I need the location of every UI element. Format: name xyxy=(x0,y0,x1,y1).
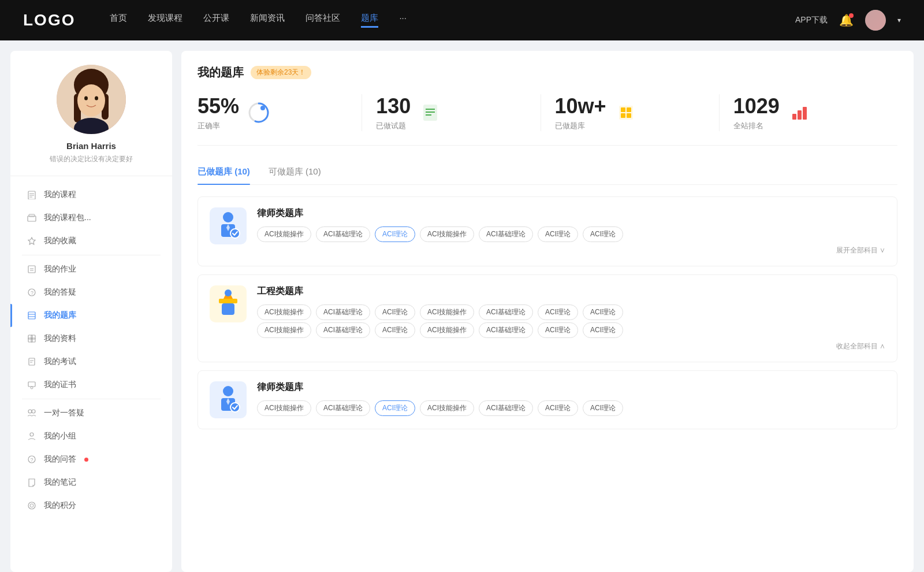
tag[interactable]: ACI技能操作 xyxy=(257,226,311,242)
tag[interactable]: ACI理论 xyxy=(538,322,578,338)
nav-open-course[interactable]: 公开课 xyxy=(203,13,229,28)
app-download[interactable]: APP下载 xyxy=(795,15,828,25)
question-icon: ? xyxy=(27,287,37,298)
tag[interactable]: ACI理论 xyxy=(583,226,623,242)
menu-certificates[interactable]: 我的证书 xyxy=(10,373,172,396)
svg-text:?: ? xyxy=(31,290,33,296)
menu-divider-1 xyxy=(22,255,161,255)
tag[interactable]: ACI技能操作 xyxy=(420,304,474,320)
tag[interactable]: ACI理论 xyxy=(583,322,623,338)
sidebar: Brian Harris 错误的决定比没有决定要好 我的课程 我的课程包... xyxy=(10,51,172,572)
menu-course-packages[interactable]: 我的课程包... xyxy=(10,206,172,229)
stat-value-accuracy: 55% xyxy=(198,94,239,118)
tag[interactable]: ACI技能操作 xyxy=(257,322,311,338)
page-title: 我的题库 xyxy=(198,65,244,80)
menu-question-bank[interactable]: 我的题库 xyxy=(10,304,172,327)
tag-active[interactable]: ACI理论 xyxy=(375,226,415,242)
group-icon xyxy=(27,431,37,441)
tab-available-banks[interactable]: 可做题库 (10) xyxy=(269,162,321,184)
tab-done-banks[interactable]: 已做题库 (10) xyxy=(198,162,250,184)
menu-exams[interactable]: 我的考试 xyxy=(10,350,172,373)
bank-name-2: 工程类题库 xyxy=(257,285,885,298)
stats-row: 55% 正确率 130 已做试题 xyxy=(198,94,897,146)
svg-point-37 xyxy=(28,502,35,509)
svg-point-54 xyxy=(223,212,233,222)
svg-rect-24 xyxy=(31,335,35,339)
menu-label: 我的考试 xyxy=(44,356,76,367)
sidebar-menu: 我的课程 我的课程包... 我的收藏 我的作业 xyxy=(10,176,172,524)
menu-questions[interactable]: ? 我的答疑 xyxy=(10,281,172,304)
user-menu-chevron[interactable]: ▾ xyxy=(897,16,901,24)
menu-notes[interactable]: 我的笔记 xyxy=(10,471,172,494)
menu-homework[interactable]: 我的作业 xyxy=(10,258,172,281)
menu-groups[interactable]: 我的小组 xyxy=(10,425,172,448)
svg-rect-25 xyxy=(28,338,32,342)
tag[interactable]: ACI基础理论 xyxy=(479,400,533,416)
tag[interactable]: ACI基础理论 xyxy=(479,226,533,242)
nav-more[interactable]: ··· xyxy=(399,13,407,28)
tag[interactable]: ACI理论 xyxy=(375,304,415,320)
menu-label: 我的笔记 xyxy=(44,477,76,488)
tag[interactable]: ACI理论 xyxy=(538,304,578,320)
bell-button[interactable]: 🔔 xyxy=(839,13,854,27)
nav-news[interactable]: 新闻资讯 xyxy=(250,13,285,28)
svg-rect-30 xyxy=(28,382,35,387)
logo: LOGO xyxy=(23,11,75,29)
stat-accuracy: 55% 正确率 xyxy=(198,94,362,131)
tag[interactable]: ACI基础理论 xyxy=(316,304,370,320)
nav-home[interactable]: 首页 xyxy=(110,13,127,28)
collapse-btn-2[interactable]: 收起全部科目 ∧ xyxy=(257,341,885,351)
menu-my-qa[interactable]: ? 我的问答 xyxy=(10,448,172,471)
cert-icon xyxy=(27,380,37,390)
menu-one-on-one[interactable]: 一对一答疑 xyxy=(10,402,172,425)
menu-label: 我的证书 xyxy=(44,380,76,390)
menu-favorites[interactable]: 我的收藏 xyxy=(10,229,172,252)
tag[interactable]: ACI基础理论 xyxy=(479,322,533,338)
accuracy-icon xyxy=(247,101,270,124)
svg-rect-47 xyxy=(621,107,625,112)
tag[interactable]: ACI理论 xyxy=(583,400,623,416)
svg-rect-27 xyxy=(29,358,35,365)
tag[interactable]: ACI理论 xyxy=(375,322,415,338)
tag[interactable]: ACI基础理论 xyxy=(316,400,370,416)
svg-rect-52 xyxy=(798,110,802,120)
one-on-one-icon xyxy=(27,408,37,418)
nav-qa[interactable]: 问答社区 xyxy=(305,13,340,28)
tag[interactable]: ACI基础理论 xyxy=(479,304,533,320)
svg-point-32 xyxy=(28,410,32,413)
svg-point-6 xyxy=(95,96,98,101)
svg-rect-58 xyxy=(219,299,237,303)
tag[interactable]: ACI理论 xyxy=(538,226,578,242)
tag[interactable]: ACI基础理论 xyxy=(316,226,370,242)
tag[interactable]: ACI技能操作 xyxy=(257,304,311,320)
svg-rect-61 xyxy=(222,303,234,315)
notification-badge xyxy=(849,13,854,18)
tag-active[interactable]: ACI理论 xyxy=(375,400,415,416)
profile-section: Brian Harris 错误的决定比没有决定要好 xyxy=(10,65,172,176)
nav-question-bank[interactable]: 题库 xyxy=(361,13,378,28)
expand-btn-1[interactable]: 展开全部科目 ∨ xyxy=(257,246,885,255)
nav-links: 首页 发现课程 公开课 新闻资讯 问答社区 题库 ··· xyxy=(110,13,795,28)
tag[interactable]: ACI理论 xyxy=(538,400,578,416)
tags-row-2a: ACI技能操作 ACI基础理论 ACI理论 ACI技能操作 ACI基础理论 AC… xyxy=(257,304,885,320)
tag[interactable]: ACI理论 xyxy=(583,304,623,320)
notes-icon xyxy=(27,477,37,488)
menu-label: 我的答疑 xyxy=(44,287,76,298)
bank-item-3: 律师类题库 ACI技能操作 ACI基础理论 ACI理论 ACI技能操作 ACI基… xyxy=(198,370,897,429)
svg-rect-15 xyxy=(28,266,35,273)
bank-name-3: 律师类题库 xyxy=(257,381,885,393)
stat-value-rank: 1029 xyxy=(733,94,780,118)
tag[interactable]: ACI技能操作 xyxy=(420,400,474,416)
nav-discover[interactable]: 发现课程 xyxy=(148,13,182,28)
menu-points[interactable]: 我的积分 xyxy=(10,494,172,517)
svg-rect-50 xyxy=(627,113,631,118)
tag[interactable]: ACI基础理论 xyxy=(316,322,370,338)
menu-my-courses[interactable]: 我的课程 xyxy=(10,183,172,206)
avatar[interactable] xyxy=(865,10,886,31)
tag[interactable]: ACI技能操作 xyxy=(420,226,474,242)
tag[interactable]: ACI技能操作 xyxy=(420,322,474,338)
svg-point-41 xyxy=(260,106,265,110)
svg-rect-53 xyxy=(803,107,807,120)
tag[interactable]: ACI技能操作 xyxy=(257,400,311,416)
menu-materials[interactable]: 我的资料 xyxy=(10,327,172,350)
